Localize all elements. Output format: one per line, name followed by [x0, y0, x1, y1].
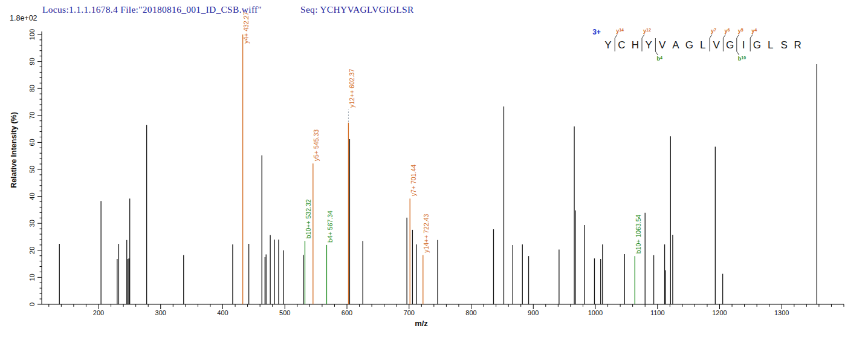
y-tick-label: 60 — [28, 139, 36, 146]
y-tick-label: 90 — [28, 57, 36, 65]
y-axis-ticks: 0102030405060708090100Relative Intensity… — [10, 29, 42, 306]
y-ion-marker-label: y7 — [711, 28, 716, 34]
axes — [42, 31, 844, 304]
y-ion-marker-label: y6 — [724, 28, 730, 34]
x-tick-label: 600 — [342, 309, 352, 316]
spectrum-canvas[interactable]: 2003004005006007008009001000110012001300… — [0, 0, 868, 340]
x-tick-label: 800 — [465, 309, 476, 316]
x-axis-ticks: 2003004005006007008009001000110012001300… — [49, 304, 844, 328]
x-tick-label: 400 — [217, 309, 228, 316]
y-tick-label: 100 — [28, 29, 36, 40]
y-tick-label: 10 — [28, 273, 36, 281]
ion-peak-label: b10++ 532.32 — [305, 199, 312, 238]
peptide-annotation: 3+YCHYVAGLVGIGLSRy14y12b4y7y6y5b10y4 — [592, 28, 802, 62]
cleavage-hook-top — [710, 34, 712, 38]
ion-peak-label: y4+ 432.27 — [242, 12, 250, 44]
residue-letter: G — [726, 39, 734, 51]
y-tick-label: 40 — [28, 192, 36, 200]
residue-letter: G — [753, 39, 761, 51]
x-tick-label: 900 — [528, 309, 539, 316]
cleavage-hook-top — [737, 34, 739, 38]
residue-letter: C — [618, 39, 625, 51]
ion-peak-label: b4+ 567.34 — [326, 211, 334, 243]
ion-peak-label: y7+ 701.44 — [410, 165, 417, 196]
y-tick-label: 80 — [28, 85, 36, 92]
residue-letter: A — [672, 39, 679, 51]
residue-letter: G — [685, 39, 693, 51]
cleavage-hook-bottom — [655, 51, 658, 55]
residue-letter: R — [794, 39, 801, 51]
cleavage-hook-top — [750, 34, 753, 38]
residue-letter: L — [768, 39, 773, 51]
ion-peak-label: y14++ 722.43 — [423, 214, 430, 252]
y-ion-marker-label: y12 — [643, 28, 651, 34]
residue-letter: L — [700, 39, 705, 51]
x-tick-label: 200 — [93, 309, 104, 316]
residue-letter: V — [713, 39, 721, 51]
x-tick-label: 1200 — [712, 309, 727, 316]
cleavage-hook-top — [642, 34, 644, 38]
y-tick-label: 50 — [28, 166, 36, 173]
y-tick-label: 20 — [28, 247, 36, 254]
y-ion-marker-label: y14 — [616, 28, 624, 34]
residue-letter: S — [781, 39, 788, 51]
ion-peak-label: y5+ 545.33 — [313, 129, 320, 161]
b-ion-marker-label: b4 — [656, 56, 662, 62]
y-tick-label: 0 — [28, 302, 36, 306]
x-tick-label: 1000 — [588, 309, 603, 316]
residue-letter: H — [632, 39, 639, 51]
ion-peak-label: b10+ 1063.54 — [635, 214, 642, 253]
y-ion-marker-label: y4 — [751, 28, 757, 34]
precursor-charge-label: 3+ — [592, 28, 601, 36]
b-ion-marker-label: b10 — [738, 56, 746, 62]
ion-peak-label: y12++ 602.37 — [348, 69, 355, 108]
x-tick-label: 300 — [155, 309, 166, 316]
x-tick-label: 700 — [404, 309, 415, 316]
y-axis-title: Relative Intensity (%) — [10, 112, 18, 188]
y-tick-label: 70 — [28, 112, 36, 119]
residue-letter: I — [742, 39, 745, 51]
residue-letter: V — [659, 39, 666, 51]
residue-letter: Y — [604, 39, 611, 51]
cleavage-hook-bottom — [737, 51, 739, 55]
y-tick-label: 30 — [28, 220, 36, 227]
residue-letter: Y — [646, 39, 652, 51]
cleavage-hook-top — [615, 34, 617, 38]
cleavage-hook-top — [723, 34, 725, 38]
y-ion-marker-label: y5 — [738, 28, 743, 34]
spectrum-page: Locus:1.1.1.1678.4 File:"20180816_001_ID… — [0, 0, 868, 340]
peaks-group: y4+ 432.27b10++ 532.32y5+ 545.33b4+ 567.… — [59, 12, 817, 304]
x-tick-label: 500 — [279, 309, 290, 316]
x-tick-label: 1300 — [774, 309, 789, 316]
x-axis-title: m/z — [415, 319, 428, 328]
x-tick-label: 1100 — [650, 309, 665, 316]
